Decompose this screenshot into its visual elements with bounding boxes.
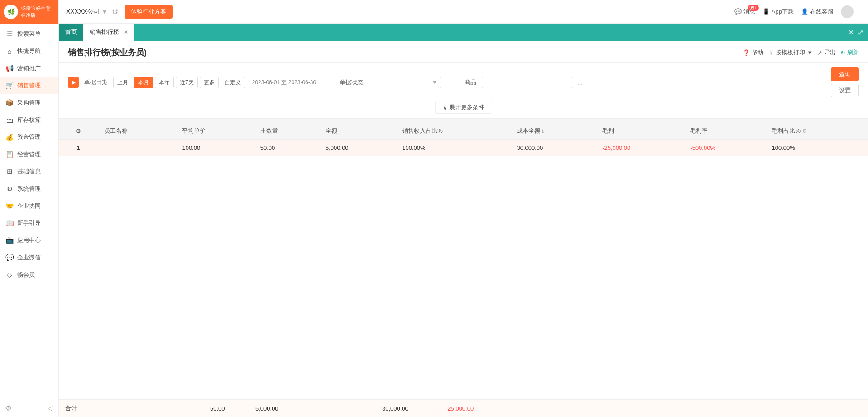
- trial-button[interactable]: 体验行业方案: [125, 5, 173, 19]
- company-dropdown-arrow: ▼: [102, 9, 107, 15]
- col-settings-icon: ⚙: [76, 128, 81, 134]
- goods-input[interactable]: [482, 77, 572, 88]
- tab-home[interactable]: 首页: [59, 24, 83, 41]
- refresh-button[interactable]: ↻ 刷新: [840, 48, 859, 57]
- topbar-right: 💬 消息 99+ 📱 App下载 👤 在线客服: [734, 5, 861, 18]
- sidebar-item-search[interactable]: ☰ 搜索菜单: [0, 25, 58, 43]
- col-gross-pct: 毛利占比% ⚙: [765, 122, 868, 140]
- sidebar-item-operation[interactable]: 📋 经营管理: [0, 146, 58, 163]
- sidebar-item-finance[interactable]: 💰 资金管理: [0, 129, 58, 146]
- sidebar-item-apps[interactable]: 📺 应用中心: [0, 232, 58, 249]
- marketing-icon: 📢: [5, 64, 14, 72]
- col-settings[interactable]: ⚙: [59, 122, 98, 140]
- service-icon: 👤: [801, 8, 808, 15]
- app-icon: 📱: [762, 8, 770, 15]
- quick-nav-icon: ⌂: [5, 48, 14, 55]
- sales-icon: 🛒: [5, 81, 14, 90]
- last-7-days-btn[interactable]: 近7天: [176, 77, 198, 88]
- export-icon: ↗: [817, 49, 822, 56]
- guide-icon: 📖: [5, 219, 14, 227]
- col-avg-price: 平均单价: [176, 122, 254, 140]
- apps-icon: 📺: [5, 236, 14, 244]
- refresh-icon: ↻: [840, 49, 845, 56]
- date-label: 单据日期: [84, 78, 108, 86]
- footer-label: 合计: [65, 404, 165, 412]
- logo-icon: 🌿: [4, 5, 18, 19]
- cell-amount: 5,000.00: [319, 140, 396, 156]
- print-icon: 🖨: [768, 49, 774, 56]
- topbar: XXXXX公司 ▼ ⚙ 体验行业方案 💬 消息 99+ 📱 App下载 👤 在线…: [59, 0, 868, 24]
- sidebar-item-purchase[interactable]: 📦 采购管理: [0, 94, 58, 111]
- table-row: 1 100.00 50.00 5,000.00 100.00% 30,000.0…: [59, 140, 868, 156]
- tab-close-icon[interactable]: ✕: [124, 29, 128, 35]
- status-label: 单据状态: [340, 78, 363, 86]
- col-gross-rate: 毛利率: [684, 122, 765, 140]
- col-sales-pct: 销售收入占比%: [396, 122, 510, 140]
- system-icon: ⚙: [5, 185, 14, 193]
- custom-btn[interactable]: 自定义: [221, 77, 245, 88]
- tabbar-actions: ✕ ⤢: [848, 28, 868, 37]
- footer-gross: -25,000.00: [446, 405, 509, 412]
- col-amount: 全额: [319, 122, 396, 140]
- sidebar-item-inventory[interactable]: 🗃 库存核算: [0, 111, 58, 129]
- date-range-text: 2023-06-01 至 2023-06-30: [252, 79, 316, 86]
- app-download-button[interactable]: 📱 App下载: [762, 8, 794, 16]
- sidebar-item-basic[interactable]: ⊞ 基础信息: [0, 163, 58, 180]
- sidebar-item-system[interactable]: ⚙ 系统管理: [0, 180, 58, 197]
- page-header: 销售排行榜(按业务员) ❓ 帮助 🖨 按模板打印 ▼ ↗ 导出 ↻ 刷新: [59, 41, 868, 63]
- sidebar-item-wechat[interactable]: 💬 企业微信: [0, 249, 58, 266]
- tab-close-all-icon[interactable]: ✕: [848, 28, 854, 37]
- avatar[interactable]: [841, 5, 854, 18]
- print-button[interactable]: 🖨 按模板打印 ▼: [768, 48, 813, 57]
- data-table: ⚙ 员工名称 平均单价 主数量 全额 销售收入占比% 成本全额 ℹ 毛利 毛利率: [59, 122, 868, 156]
- status-select[interactable]: [369, 77, 441, 88]
- topbar-gear-icon[interactable]: ⚙: [112, 7, 118, 16]
- message-button[interactable]: 💬 消息 99+: [734, 8, 755, 16]
- page-area: 销售排行榜(按业务员) ❓ 帮助 🖨 按模板打印 ▼ ↗ 导出 ↻ 刷新: [59, 41, 868, 417]
- logo-text: 畅康通好生意 标准版: [21, 5, 51, 19]
- this-year-btn[interactable]: 本年: [155, 77, 174, 88]
- sidebar-logo: 🌿 畅康通好生意 标准版: [0, 0, 58, 24]
- expand-more-button[interactable]: ∨ 展开更多条件: [435, 101, 492, 114]
- more-btn[interactable]: 更多: [200, 77, 219, 88]
- company-selector[interactable]: XXXXX公司 ▼: [66, 8, 107, 16]
- sidebar-item-sales[interactable]: 🛒 销售管理: [0, 77, 58, 94]
- tab-sales-rank[interactable]: 销售排行榜 ✕: [83, 24, 134, 41]
- data-table-container: ⚙ 员工名称 平均单价 主数量 全额 销售收入占比% 成本全额 ℹ 毛利 毛利率: [59, 122, 868, 399]
- tab-expand-icon[interactable]: ⤢: [858, 28, 863, 37]
- sidebar-item-member[interactable]: ◇ 畅会员: [0, 266, 58, 283]
- col-main-qty: 主数量: [254, 122, 319, 140]
- footer-cost: 30,000.00: [382, 405, 446, 412]
- last-month-btn[interactable]: 上月: [113, 77, 132, 88]
- inventory-icon: 🗃: [5, 116, 14, 124]
- goods-label: 商品: [465, 78, 476, 86]
- basic-icon: ⊞: [5, 168, 14, 176]
- settings-footer-icon[interactable]: ⚙: [5, 404, 12, 412]
- date-buttons: 上月 本月 本年 近7天 更多 自定义: [113, 77, 245, 88]
- finance-icon: 💰: [5, 133, 14, 141]
- cell-main-qty: 50.00: [254, 140, 319, 156]
- settings-button[interactable]: 设置: [831, 84, 859, 97]
- col-gross: 毛利: [596, 122, 684, 140]
- filter-toggle-icon[interactable]: ▶: [68, 77, 79, 88]
- collapse-icon[interactable]: ◁: [48, 404, 53, 412]
- footer-main-qty: 50.00: [210, 405, 255, 412]
- sidebar-item-marketing[interactable]: 📢 营销推广: [0, 60, 58, 77]
- cell-employee: [98, 140, 176, 156]
- sidebar-item-collab[interactable]: 🤝 企业协同: [0, 197, 58, 215]
- sidebar-item-guide[interactable]: 📖 新手引导: [0, 215, 58, 232]
- sidebar-item-quicknav[interactable]: ⌂ 快捷导航: [0, 43, 58, 60]
- footer-amount: 5,000.00: [255, 405, 319, 412]
- message-icon: 💬: [734, 8, 742, 15]
- query-button[interactable]: 查询: [831, 67, 859, 81]
- sidebar: 🌿 畅康通好生意 标准版 ☰ 搜索菜单 ⌂ 快捷导航 📢 营销推广 🛒 销售管理…: [0, 0, 59, 417]
- purchase-icon: 📦: [5, 99, 14, 107]
- help-button[interactable]: ❓ 帮助: [743, 48, 763, 57]
- sidebar-nav: ☰ 搜索菜单 ⌂ 快捷导航 📢 营销推广 🛒 销售管理 📦 采购管理 🗃 库存核…: [0, 24, 58, 399]
- collab-icon: 🤝: [5, 202, 14, 210]
- filter-actions: 查询 设置: [831, 67, 859, 97]
- export-button[interactable]: ↗ 导出: [817, 48, 836, 57]
- online-service-button[interactable]: 👤 在线客服: [801, 8, 834, 16]
- this-month-btn[interactable]: 本月: [134, 77, 153, 88]
- col-cost: 成本全额 ℹ: [510, 122, 596, 140]
